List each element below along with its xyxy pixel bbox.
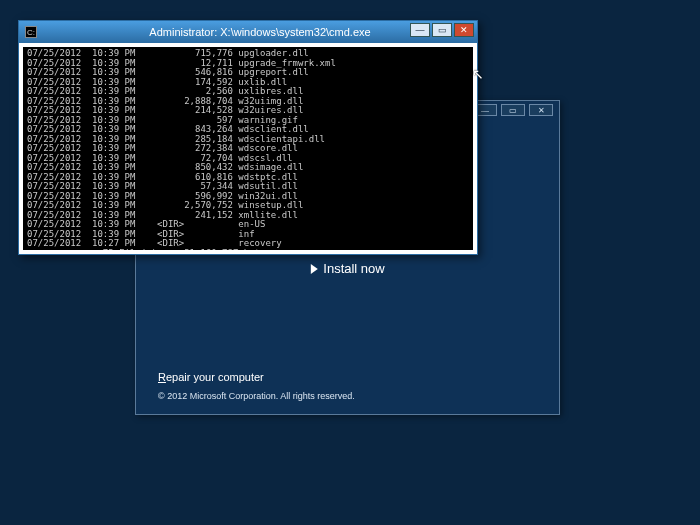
cmd-window: C: Administrator: X:\windows\system32\cm… [18, 20, 478, 255]
cmd-minimize-button[interactable]: — [410, 23, 430, 37]
install-now-label: Install now [323, 261, 384, 276]
cmd-maximize-button[interactable]: ▭ [432, 23, 452, 37]
copyright-text: © 2012 Microsoft Corporation. All rights… [158, 391, 355, 401]
installer-maximize-button[interactable]: ▭ [501, 104, 525, 116]
cmd-summary-files: 73 File(s) 31,160,787 bytes [27, 248, 271, 251]
cmd-output[interactable]: 07/25/2012 10:39 PM 715,776 upgloader.dl… [23, 47, 473, 250]
installer-close-button[interactable]: ✕ [529, 104, 553, 116]
install-now-button[interactable]: Install now [310, 261, 384, 276]
cmd-icon: C: [25, 26, 37, 38]
play-arrow-icon [310, 264, 317, 274]
cmd-close-button[interactable]: ✕ [454, 23, 474, 37]
cmd-window-buttons: — ▭ ✕ [410, 23, 474, 37]
repair-computer-link[interactable]: Repair your computer [158, 371, 264, 383]
cmd-titlebar[interactable]: C: Administrator: X:\windows\system32\cm… [19, 21, 477, 43]
